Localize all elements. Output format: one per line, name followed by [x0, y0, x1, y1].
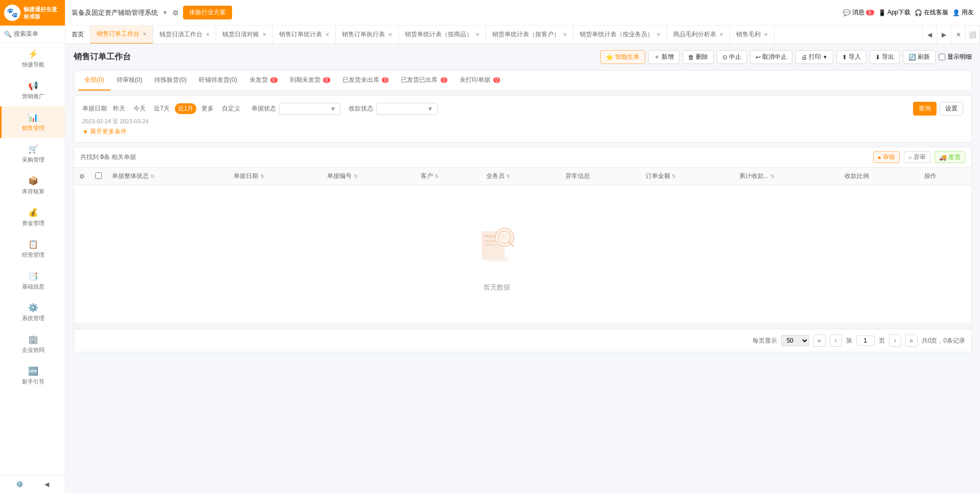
- tab-close-daily-clear[interactable]: ✕: [206, 32, 210, 37]
- filter-tab-pending-review[interactable]: 待审核(0): [110, 71, 149, 91]
- filter-tab-overdue-unshipped[interactable]: 到期未发货 0: [284, 71, 336, 91]
- tab-sales-exec[interactable]: 销售订单执行表 ✕: [336, 26, 399, 44]
- tab-close-sales-by-product[interactable]: ✕: [475, 32, 480, 37]
- last-page-button[interactable]: »: [905, 334, 918, 347]
- tab-sales-by-staff[interactable]: 销货单统计表（按业务员） ✕: [574, 26, 667, 44]
- tab-close-sales-exec[interactable]: ✕: [388, 32, 392, 37]
- col-status[interactable]: 单据整体状态 ⇅: [107, 168, 229, 185]
- col-date[interactable]: 单据日期 ⇅: [229, 168, 322, 185]
- tab-close-sales-margin[interactable]: ✕: [764, 32, 768, 37]
- print-button[interactable]: 🖨 打印 ▼: [795, 50, 833, 64]
- col-checkbox[interactable]: [90, 168, 107, 185]
- audit-button[interactable]: ● 审核: [873, 151, 900, 163]
- filter-tab-shipped-not-out[interactable]: 已发货未出库 0: [336, 71, 395, 91]
- tab-close-reconciliation[interactable]: ✕: [262, 32, 266, 37]
- col-amount[interactable]: 订单金额 ⇅: [641, 168, 734, 185]
- smart-create-button[interactable]: ⭐ 智能生单: [600, 50, 645, 64]
- date-opt-1month[interactable]: 近1月: [175, 103, 197, 114]
- col-setting[interactable]: ⚙: [74, 168, 90, 185]
- tab-close-sales-by-staff[interactable]: ✕: [656, 32, 660, 37]
- first-page-button[interactable]: «: [813, 334, 826, 347]
- status-select[interactable]: ▼: [279, 103, 340, 115]
- refresh-button[interactable]: 🔄 刷新: [903, 50, 936, 64]
- tab-close-sales-stats[interactable]: ✕: [325, 32, 329, 37]
- tab-sales-order-workbench[interactable]: 销售订单工作台 ✕: [90, 26, 153, 44]
- stop-button[interactable]: ⊙ 中止: [717, 50, 747, 64]
- collapse-icon[interactable]: ◀: [44, 481, 49, 488]
- add-button[interactable]: ＋ 新增: [648, 50, 679, 64]
- tab-sales-by-customer[interactable]: 销货单统计表（按客户） ✕: [486, 26, 574, 44]
- date-opt-custom[interactable]: 自定义: [219, 103, 243, 114]
- ship-button[interactable]: 🚚 发货: [935, 151, 965, 163]
- cancel-audit-button[interactable]: ○ 弃审: [904, 151, 930, 163]
- col-number[interactable]: 单据编号 ⇅: [322, 168, 416, 185]
- message-button[interactable]: 💬 消息 6: [843, 8, 874, 17]
- settings-top-icon[interactable]: ⚙: [172, 9, 179, 17]
- tab-scroll-right-button[interactable]: ▶: [937, 26, 951, 44]
- delete-button[interactable]: 🗑 删除: [682, 50, 714, 64]
- tab-close-margin-analysis[interactable]: ✕: [719, 32, 723, 37]
- settings-button[interactable]: 设置: [940, 102, 963, 116]
- sidebar-item-base-info[interactable]: 📑 基础信息: [0, 265, 65, 297]
- select-all-checkbox[interactable]: [95, 172, 102, 179]
- tab-maximize-button[interactable]: ⬜: [966, 26, 980, 44]
- date-opt-yesterday[interactable]: 昨天: [110, 103, 128, 114]
- empty-icon: ?: [471, 216, 522, 277]
- chevron-down-icon[interactable]: ▼: [162, 9, 168, 16]
- cancel-stop-button[interactable]: ↩ 取消中止: [750, 50, 792, 64]
- next-page-button[interactable]: ›: [889, 334, 901, 347]
- sidebar-item-guide[interactable]: 🆕 新手引导: [0, 360, 65, 392]
- sidebar-item-quick-nav[interactable]: ⚡ 快捷导航: [0, 43, 65, 75]
- filter-tab-unshipped[interactable]: 未发货 0: [243, 71, 284, 91]
- show-detail-checkbox[interactable]: 显示明细: [939, 53, 972, 61]
- per-page-select[interactable]: 50 20 100: [781, 335, 809, 346]
- app-download-button[interactable]: 📱 App下载: [878, 8, 910, 17]
- import-button[interactable]: ⬆ 导入: [836, 50, 867, 64]
- user-button[interactable]: 👤 用友: [952, 8, 974, 17]
- sidebar-item-marketing[interactable]: 📢 营销推广: [0, 75, 65, 106]
- sidebar-item-search[interactable]: 🔍 搜索菜单: [0, 26, 65, 43]
- date-opt-today[interactable]: 今天: [130, 103, 149, 114]
- filter-tab-unprinted[interactable]: 未打印单据 0: [453, 71, 506, 91]
- col-cumulative-payment[interactable]: 累计收款... ⇅: [734, 168, 839, 185]
- tab-sales-margin[interactable]: 销售毛利 ✕: [730, 26, 774, 44]
- tab-reconciliation[interactable]: 钱货日清对账 ✕: [216, 26, 273, 44]
- date-opt-7days[interactable]: 近7天: [151, 103, 173, 114]
- search-area: 单据日期 昨天 今天 近7天 近1月 更多 自定义 单据状态 ▼: [74, 95, 972, 143]
- filter-tab-shop-pending-ship[interactable]: 旺铺待发货(0): [193, 71, 243, 91]
- tab-margin-analysis[interactable]: 商品毛利分析表 ✕: [667, 26, 730, 44]
- col-salesperson[interactable]: 业务员 ⇅: [481, 168, 560, 185]
- tab-sales-by-product[interactable]: 销货单统计表（按商品） ✕: [399, 26, 486, 44]
- filter-tab-all[interactable]: 全部(0): [78, 71, 110, 91]
- show-detail-input[interactable]: [939, 54, 945, 60]
- col-customer[interactable]: 客户 ⇅: [416, 168, 481, 185]
- sidebar-item-purchase[interactable]: 🛒 采购管理: [0, 138, 65, 170]
- tab-scroll-left-button[interactable]: ◀: [923, 26, 937, 44]
- date-opt-more[interactable]: 更多: [198, 103, 217, 114]
- tab-close-sales-order-workbench[interactable]: ✕: [143, 31, 147, 37]
- industry-solution-button[interactable]: 体验行业方案: [183, 6, 232, 19]
- tab-sales-stats[interactable]: 销售订单统计表 ✕: [273, 26, 336, 44]
- sidebar-item-operation[interactable]: 📋 经营管理: [0, 233, 65, 265]
- tab-daily-clear[interactable]: 钱货日清工作台 ✕: [153, 26, 216, 44]
- tab-home[interactable]: 首页: [65, 26, 90, 44]
- export-button[interactable]: ⬇ 导出: [870, 50, 900, 64]
- settings-icon[interactable]: ⚙️: [16, 481, 24, 488]
- sidebar-item-inventory[interactable]: 📦 库存核算: [0, 170, 65, 201]
- page-number-input[interactable]: [856, 335, 875, 346]
- sidebar-item-enterprise[interactable]: 🏢 企业协同: [0, 328, 65, 360]
- sidebar-item-system[interactable]: ⚙️ 系统管理: [0, 297, 65, 328]
- horizontal-scrollbar[interactable]: [74, 323, 971, 329]
- sidebar-item-finance[interactable]: 💰 资金管理: [0, 201, 65, 233]
- tab-close-sales-by-customer[interactable]: ✕: [563, 32, 567, 37]
- online-service-button[interactable]: 🎧 在线客服: [915, 8, 948, 17]
- prev-page-button[interactable]: ‹: [830, 334, 842, 347]
- expand-more-button[interactable]: ▼ 展开更多条件: [82, 127, 963, 136]
- filter-tab-shipped-out[interactable]: 已发货已出库 0: [395, 71, 453, 91]
- sidebar-item-sales[interactable]: 📊 销售管理: [0, 106, 65, 138]
- payment-select[interactable]: ▼: [376, 103, 438, 115]
- filter-tab-pending-pick[interactable]: 待拣验货(0): [148, 71, 193, 91]
- tab-close-all-button[interactable]: ✕: [951, 26, 966, 44]
- logo-area: 🐾 畅捷通好生意 标准版: [0, 0, 65, 26]
- query-button[interactable]: 查询: [913, 102, 937, 116]
